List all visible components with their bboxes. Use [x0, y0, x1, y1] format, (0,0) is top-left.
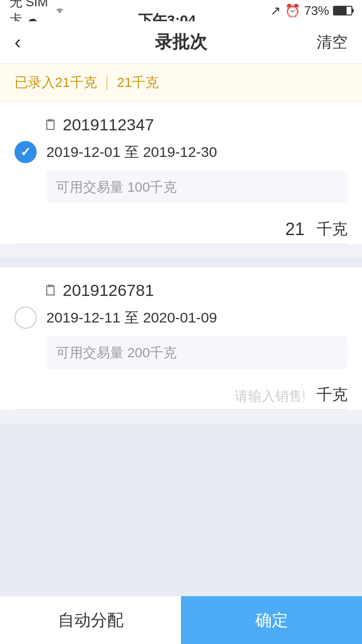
- batch-date-2: 2019-12-11 至 2020-01-09: [46, 308, 217, 328]
- back-button[interactable]: ‹: [14, 31, 21, 53]
- alarm-icon: ⏰: [285, 3, 300, 18]
- recorded-value: 21千克: [117, 73, 159, 92]
- batch-icon-1: 🗒: [43, 117, 58, 133]
- amount-underline-1: [14, 244, 348, 244]
- nav-bar: ‹ 录批次 清空: [0, 21, 362, 64]
- batch-id-row-2: 🗒 2019126781: [14, 281, 348, 300]
- amount-input-2[interactable]: [235, 385, 312, 405]
- available-row-2: 可用交易量 200千克: [46, 336, 348, 369]
- clear-button[interactable]: 清空: [317, 32, 348, 53]
- info-banner: 已录入21千克 21千克: [0, 64, 362, 102]
- batch-date-1: 2019-12-01 至 2019-12-30: [46, 142, 217, 162]
- amount-row-2: 千克: [0, 377, 362, 406]
- batch-item-1: 🗒 2019112347 2019-12-01 至 2019-12-30 可用交…: [0, 102, 362, 203]
- amount-input-1[interactable]: [235, 219, 312, 239]
- batch-icon-2: 🗒: [43, 282, 58, 299]
- battery-percent: 73%: [304, 3, 329, 18]
- available-row-1: 可用交易量 100千克: [46, 171, 348, 203]
- section-divider: [0, 258, 362, 267]
- location-icon: ↗: [270, 3, 281, 18]
- unit-2: 千克: [317, 384, 348, 406]
- amount-underline-2: [14, 409, 348, 410]
- radio-1[interactable]: [14, 141, 37, 163]
- page-title: 录批次: [155, 30, 207, 54]
- available-text-1: 可用交易量 100千克: [56, 180, 177, 195]
- auto-distribute-button[interactable]: 自动分配: [0, 596, 181, 644]
- status-bar: 无 SIM 卡 ☁ 下午3:04 ↗ ⏰ 73%: [0, 0, 362, 21]
- info-divider: [107, 75, 107, 90]
- batch-id-row-1: 🗒 2019112347: [14, 115, 348, 134]
- status-right: ↗ ⏰ 73%: [270, 3, 352, 18]
- batch-card-2: 🗒 2019126781 2019-12-11 至 2020-01-09 可用交…: [0, 267, 362, 410]
- batch-date-row-1[interactable]: 2019-12-01 至 2019-12-30: [14, 141, 348, 163]
- recorded-label: 已录入21千克: [14, 73, 97, 92]
- confirm-button[interactable]: 确定: [181, 596, 362, 644]
- available-text-2: 可用交易量 200千克: [56, 345, 177, 360]
- batch-date-row-2[interactable]: 2019-12-11 至 2020-01-09: [14, 307, 348, 329]
- batch-item-2: 🗒 2019126781 2019-12-11 至 2020-01-09 可用交…: [0, 267, 362, 369]
- batch-id-2: 2019126781: [63, 281, 154, 300]
- unit-1: 千克: [317, 219, 348, 240]
- bottom-bar: 自动分配 确定: [0, 596, 362, 644]
- radio-2[interactable]: [14, 307, 37, 329]
- battery-tip: [352, 9, 354, 13]
- amount-row-1: 千克: [0, 211, 362, 240]
- wifi-icon: [56, 5, 64, 16]
- batch-id-1: 2019112347: [63, 115, 154, 134]
- battery-icon: [333, 6, 352, 15]
- content-area: 🗒 2019112347 2019-12-01 至 2019-12-30 可用交…: [0, 102, 362, 644]
- batch-card-1: 🗒 2019112347 2019-12-01 至 2019-12-30 可用交…: [0, 102, 362, 244]
